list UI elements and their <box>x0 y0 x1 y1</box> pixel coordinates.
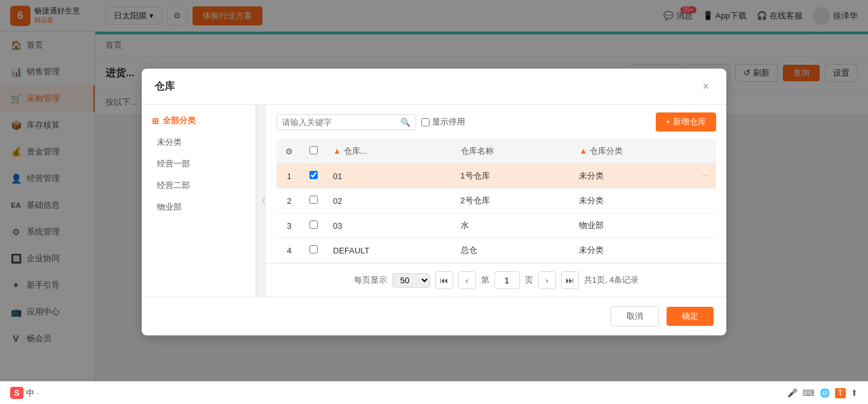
row-code: 02 <box>325 189 453 213</box>
confirm-button[interactable]: 确定 <box>667 307 714 326</box>
show-disabled-checkbox[interactable]: 显示停用 <box>421 116 465 128</box>
modal-footer: 取消 确定 <box>142 297 726 335</box>
table-panel: 🔍 显示停用 + 新增仓库 ⚙ <box>266 105 726 297</box>
select-all-checkbox[interactable] <box>309 146 318 154</box>
modal-title: 仓库 <box>154 80 175 93</box>
sort-icon: ▲ <box>579 146 587 156</box>
keyboard-icon[interactable]: ⌨ <box>803 388 815 398</box>
row-num: 2 <box>276 189 302 213</box>
bottom-bar: S 中 · 🎤 ⌨ 🌐 T ⬆ <box>0 381 868 404</box>
table-toolbar: 🔍 显示停用 + 新增仓库 <box>266 105 726 139</box>
upload-icon[interactable]: ⬆ <box>851 388 858 398</box>
last-page-button[interactable]: ⏭ <box>561 271 579 289</box>
all-category-header[interactable]: ⊞ 全部分类 <box>142 110 255 131</box>
bottom-s-logo: S <box>10 387 24 399</box>
modal-overlay: 仓库 × ⊞ 全部分类 未分类 经营一部 经营二部 <box>0 0 868 404</box>
page-summary: 共1页, 4条记录 <box>584 274 639 286</box>
col-code: ▲ 仓库... <box>325 139 453 164</box>
row-checkbox[interactable] <box>302 238 325 263</box>
row-name: 2号仓库 <box>453 189 572 213</box>
row-num: 3 <box>276 213 302 238</box>
grid-icon: ⊞ <box>152 116 159 126</box>
show-disabled-input[interactable] <box>421 118 430 126</box>
search-input[interactable] <box>277 115 395 130</box>
collapse-button[interactable]: 《 <box>256 105 266 297</box>
warehouse-data-table: ⚙ ▲ 仓库... 仓库名称 <box>276 139 716 263</box>
bottom-icons: 🎤 ⌨ 🌐 T ⬆ <box>787 388 858 398</box>
row-num: 4 <box>276 238 302 263</box>
row-category: 未分类 <box>571 238 716 263</box>
bottom-logo: S 中 · <box>10 387 39 399</box>
row-name: 1号仓库 <box>453 164 572 189</box>
first-page-button[interactable]: ⏮ <box>435 271 453 289</box>
category-item-unclassified[interactable]: 未分类 <box>142 131 255 153</box>
row-num: 1 <box>276 164 302 189</box>
cancel-button[interactable]: 取消 <box>611 306 659 327</box>
microphone-icon[interactable]: 🎤 <box>787 388 797 398</box>
col-checkbox <box>302 139 325 164</box>
category-item-property[interactable]: 物业部 <box>142 196 255 218</box>
language-icon[interactable]: 🌐 <box>820 388 830 398</box>
input-mode-icon[interactable]: T <box>835 388 846 398</box>
row-category: 物业部 <box>571 213 716 238</box>
table-row: 1 01 1号仓库 未分类 ··· <box>276 164 716 189</box>
prev-page-button[interactable]: ‹ <box>458 271 476 289</box>
row-checkbox[interactable] <box>302 189 325 213</box>
row-name: 总仓 <box>453 238 572 263</box>
page-label: 第 <box>481 274 489 286</box>
page-input[interactable] <box>494 271 520 289</box>
search-box: 🔍 <box>276 114 416 130</box>
bottom-dot: · <box>37 388 39 398</box>
category-item-ops1[interactable]: 经营一部 <box>142 153 255 175</box>
page-unit: 页 <box>525 274 533 286</box>
table-row: 3 03 水 物业部 <box>276 213 716 238</box>
category-panel: ⊞ 全部分类 未分类 经营一部 经营二部 物业部 <box>142 105 256 297</box>
row-code: 01 <box>325 164 453 189</box>
col-name: 仓库名称 <box>453 139 572 164</box>
row-code: DEFAULT <box>325 238 453 263</box>
table-header-row: ⚙ ▲ 仓库... 仓库名称 <box>276 139 716 164</box>
per-page-label: 每页显示 <box>354 274 387 286</box>
row-code: 03 <box>325 213 453 238</box>
close-button[interactable]: × <box>698 79 714 94</box>
sort-icon: ▲ <box>333 146 341 156</box>
pagination: 每页显示 50 10 20 100 ⏮ ‹ 第 页 › ⏭ 共1页, 4条记录 <box>266 263 726 297</box>
warehouse-modal: 仓库 × ⊞ 全部分类 未分类 经营一部 经营二部 <box>142 69 726 335</box>
add-warehouse-button[interactable]: + 新增仓库 <box>656 112 716 131</box>
warehouse-table: ⚙ ▲ 仓库... 仓库名称 <box>266 139 726 263</box>
search-icon[interactable]: 🔍 <box>395 115 416 130</box>
row-name: 水 <box>453 213 572 238</box>
all-category-label: 全部分类 <box>163 115 196 126</box>
table-row: 4 DEFAULT 总仓 未分类 <box>276 238 716 263</box>
modal-body: ⊞ 全部分类 未分类 经营一部 经营二部 物业部 《 <box>142 105 726 297</box>
bottom-zh-label: 中 <box>26 387 34 399</box>
per-page-select[interactable]: 50 10 20 100 <box>392 273 430 288</box>
settings-icon[interactable]: ⚙ <box>285 147 293 156</box>
col-settings: ⚙ <box>276 139 302 164</box>
col-category: ▲ 仓库分类 <box>571 139 716 164</box>
row-category: 未分类 ··· <box>571 164 716 189</box>
row-category: 未分类 <box>571 189 716 213</box>
next-page-button[interactable]: › <box>538 271 556 289</box>
modal-header: 仓库 × <box>142 69 726 105</box>
row-checkbox[interactable] <box>302 164 325 189</box>
more-options[interactable]: ··· <box>702 170 709 180</box>
category-item-ops2[interactable]: 经营二部 <box>142 175 255 196</box>
row-checkbox[interactable] <box>302 213 325 238</box>
table-row: 2 02 2号仓库 未分类 <box>276 189 716 213</box>
